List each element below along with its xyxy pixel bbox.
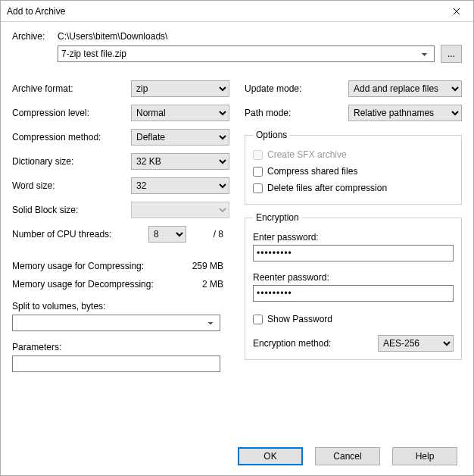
ok-button[interactable]: OK [238, 447, 303, 465]
sfx-checkbox [253, 150, 263, 160]
dictionary-size-label: Dictionary size: [12, 156, 131, 167]
parameters-input[interactable] [12, 355, 220, 372]
sfx-label: Create SFX archive [267, 149, 347, 160]
compression-level-select[interactable]: Normal [131, 105, 229, 121]
archive-filename-combo[interactable]: 7-zip test file.zip [58, 45, 435, 62]
path-mode-label: Path mode: [245, 108, 348, 118]
update-mode-select[interactable]: Add and replace files [348, 80, 462, 97]
delete-after-checkbox[interactable] [253, 183, 263, 193]
cpu-threads-label: Number of CPU threads: [12, 229, 148, 240]
path-mode-select[interactable]: Relative pathnames [348, 105, 462, 121]
compress-shared-row[interactable]: Compress shared files [253, 163, 454, 180]
compression-level-label: Compression level: [12, 108, 131, 118]
parameters-label: Parameters: [12, 342, 229, 352]
solid-block-size-label: Solid Block size: [12, 205, 131, 215]
dialog-footer: OK Cancel Help [0, 447, 474, 465]
mem-compress-label: Memory usage for Compressing: [12, 261, 144, 271]
archive-label: Archive: [12, 31, 58, 42]
archive-format-select[interactable]: zip [131, 80, 229, 97]
window-title: Add to Archive [7, 6, 65, 17]
options-legend: Options [253, 130, 290, 140]
solid-block-size-select [131, 202, 229, 218]
show-password-checkbox[interactable] [253, 315, 263, 324]
cpu-threads-total: / 8 [214, 229, 229, 240]
cpu-threads-select[interactable]: 8 [148, 226, 186, 243]
titlebar: Add to Archive [1, 1, 473, 22]
compression-method-label: Compression method: [12, 132, 131, 142]
cancel-button[interactable]: Cancel [315, 447, 380, 465]
encryption-method-label: Encryption method: [253, 338, 378, 349]
word-size-label: Word size: [12, 180, 131, 191]
compression-method-select[interactable]: Deflate [131, 129, 229, 146]
split-volumes-label: Split to volumes, bytes: [12, 301, 229, 312]
browse-button[interactable]: ... [441, 45, 462, 63]
options-group: Options Create SFX archive Compress shar… [245, 130, 462, 205]
close-icon [453, 8, 460, 15]
compress-shared-label: Compress shared files [267, 166, 357, 177]
enter-password-input[interactable] [253, 245, 454, 261]
archive-path: C:\Users\bitem\Downloads\ [58, 31, 167, 42]
reenter-password-label: Reenter password: [253, 272, 454, 283]
help-button[interactable]: Help [392, 447, 457, 465]
mem-decompress-label: Memory usage for Decompressing: [12, 279, 154, 290]
mem-compress-value: 259 MB [192, 261, 223, 271]
show-password-label: Show Password [267, 314, 332, 324]
delete-after-row[interactable]: Delete files after compression [253, 180, 454, 196]
update-mode-label: Update mode: [245, 83, 348, 94]
browse-label: ... [447, 49, 455, 59]
encryption-legend: Encryption [253, 212, 302, 223]
enter-password-label: Enter password: [253, 232, 454, 243]
show-password-row[interactable]: Show Password [253, 311, 454, 327]
reenter-password-input[interactable] [253, 285, 454, 302]
archive-format-label: Archive format: [12, 83, 131, 94]
split-volumes-combo[interactable] [12, 315, 220, 331]
encryption-method-select[interactable]: AES-256 [378, 335, 454, 352]
encryption-group: Encryption Enter password: Reenter passw… [245, 212, 462, 360]
mem-decompress-value: 2 MB [202, 279, 223, 290]
delete-after-label: Delete files after compression [267, 183, 387, 193]
sfx-checkbox-row: Create SFX archive [253, 146, 454, 163]
close-button[interactable] [441, 2, 472, 21]
dictionary-size-select[interactable]: 32 KB [131, 153, 229, 170]
compress-shared-checkbox[interactable] [253, 167, 263, 177]
word-size-select[interactable]: 32 [131, 177, 229, 194]
